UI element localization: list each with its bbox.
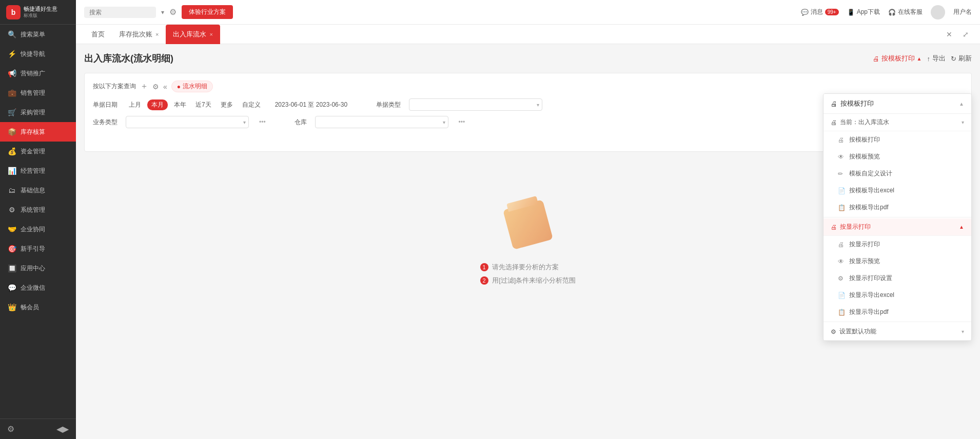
sidebar-item-appstore[interactable]: 🔲 应用中心 <box>0 258 76 278</box>
dp-current-section[interactable]: 🖨 当前：出入库流水 ▾ <box>824 114 971 131</box>
app-download-button[interactable]: 📱 App下载 <box>847 8 880 16</box>
sidebar-item-sales[interactable]: 💼 销售管理 <box>0 83 76 103</box>
sidebar-label-search: 搜索菜单 <box>21 30 45 39</box>
refresh-button[interactable]: ↻ 刷新 <box>951 54 972 63</box>
industry-solution-button[interactable]: 体验行业方案 <box>182 5 233 19</box>
sidebar-item-wechat[interactable]: 💬 企业微信 <box>0 278 76 297</box>
sidebar-item-operations[interactable]: 📊 经营管理 <box>0 161 76 181</box>
date-filter-label: 单据日期 <box>93 101 117 109</box>
sidebar-item-search[interactable]: 🔍 搜索菜单 <box>0 25 76 44</box>
content-area: 出入库流水(流水明细) 🖨 按模板打印 ▲ ↑ 导出 ↻ 刷新 <box>76 44 980 439</box>
biz-type-select[interactable] <box>126 116 249 128</box>
topbar-right: 💬 消息 99+ 📱 App下载 🎧 在线客服 用户名 <box>801 5 972 19</box>
filter-header: 按以下方案查询 ＋ ⚙ « ● 流水明细 <box>93 81 963 92</box>
dp-display-settings-label: 按显示打印设置 <box>849 274 964 283</box>
app-download-label: App下载 <box>857 8 880 16</box>
dp-display-settings-item[interactable]: ⚙ 按显示打印设置 <box>824 270 971 287</box>
app-logo: b 畅捷通好生意 标准版 <box>0 0 76 25</box>
sidebar-item-corp[interactable]: 🤝 企业协同 <box>0 220 76 239</box>
tab-home[interactable]: 首页 <box>84 25 112 44</box>
vip-icon: 👑 <box>7 303 16 312</box>
sidebar-label-finance: 资金管理 <box>21 147 45 156</box>
dp-template-preview-item[interactable]: 👁 按模板预览 <box>824 148 971 165</box>
sidebar-item-purchase[interactable]: 🛒 采购管理 <box>0 103 76 122</box>
filter-label: 按以下方案查询 <box>93 82 136 91</box>
dp-template-excel-item[interactable]: 📄 按模板导出excel <box>824 182 971 199</box>
sidebar-item-beginner[interactable]: 🎯 新手引导 <box>0 239 76 258</box>
tab-batch-label: 库存批次账 <box>119 30 152 39</box>
filter-collapse-button[interactable]: « <box>163 83 167 91</box>
user-avatar[interactable] <box>931 5 945 19</box>
date-opt-custom[interactable]: 自定义 <box>239 99 264 110</box>
warehouse-select[interactable] <box>315 116 448 128</box>
date-opt-this-month[interactable]: 本月 <box>147 99 168 110</box>
sidebar-item-marketing[interactable]: 📢 营销推广 <box>0 64 76 83</box>
date-opt-last-month[interactable]: 上月 <box>126 99 144 110</box>
date-opt-this-year[interactable]: 本年 <box>171 99 189 110</box>
sidebar-item-basics[interactable]: 🗂 基础信息 <box>0 181 76 200</box>
sidebar-item-system[interactable]: ⚙ 系统管理 <box>0 200 76 220</box>
window-close-button[interactable]: ✕ <box>943 28 955 41</box>
current-chevron-icon: ▾ <box>962 119 964 125</box>
gear-icon[interactable]: ⚙ <box>169 7 177 17</box>
sidebar-label-system: 系统管理 <box>21 206 45 214</box>
empty-hint-2: 2 用[过滤]条件来缩小分析范围 <box>480 274 576 287</box>
dp-template-print-item[interactable]: 🖨 按模板打印 <box>824 131 971 148</box>
corp-icon: 🤝 <box>7 225 16 234</box>
dp-set-default-item[interactable]: ⚙ 设置默认功能 ▾ <box>824 323 971 341</box>
filter-settings-button[interactable]: ⚙ <box>152 83 159 91</box>
basics-icon: 🗂 <box>7 186 16 195</box>
dropdown-arrow-icon[interactable]: ▾ <box>161 9 164 16</box>
tab-home-label: 首页 <box>91 30 105 39</box>
print-icon: 🖨 <box>873 55 879 63</box>
dp-display-pdf-icon: 📋 <box>838 309 845 316</box>
print-template-button[interactable]: 🖨 按模板打印 ▲ <box>873 54 922 63</box>
sidebar-item-vip[interactable]: 👑 畅会员 <box>0 297 76 317</box>
sidebar-label-basics: 基础信息 <box>21 186 45 195</box>
biz-more-button[interactable]: ••• <box>259 118 266 126</box>
dp-display-pdf-label: 按显示导出pdf <box>849 308 964 316</box>
dp-display-section-header[interactable]: 🖨 按显示打印 ▲ <box>824 218 971 236</box>
tab-batch[interactable]: 库存批次账 × <box>112 25 166 44</box>
sidebar-label-beginner: 新手引导 <box>21 245 45 253</box>
empty-illustration <box>502 199 554 250</box>
sidebar-item-inventory[interactable]: 📦 库存核算 <box>0 122 76 142</box>
message-button[interactable]: 💬 消息 99+ <box>801 8 839 16</box>
export-icon: ↑ <box>927 55 931 63</box>
window-maximize-button[interactable]: ⤢ <box>959 28 972 41</box>
sidebar-item-quicknav[interactable]: ⚡ 快捷导航 <box>0 44 76 64</box>
wechat-icon: 💬 <box>7 283 16 292</box>
settings-footer-icon[interactable]: ⚙ <box>7 424 14 434</box>
tab-flow-close-icon[interactable]: × <box>209 31 212 37</box>
doc-type-select[interactable] <box>409 98 542 111</box>
dp-display-print-item[interactable]: 🖨 按显示打印 <box>824 236 971 253</box>
dp-current-label: 当前：出入库流水 <box>840 118 889 127</box>
dp-template-pdf-icon: 📋 <box>838 204 845 211</box>
page-actions: 🖨 按模板打印 ▲ ↑ 导出 ↻ 刷新 <box>873 54 972 63</box>
dp-display-excel-item[interactable]: 📄 按显示导出excel <box>824 287 971 304</box>
sidebar-footer: ⚙ ◀▶ <box>0 418 76 439</box>
sidebar-item-finance[interactable]: 💰 资金管理 <box>0 142 76 161</box>
inventory-icon: 📦 <box>7 127 16 136</box>
warehouse-more-button[interactable]: ••• <box>459 118 465 126</box>
dp-display-pdf-item[interactable]: 📋 按显示导出pdf <box>824 304 971 321</box>
add-filter-button[interactable]: ＋ <box>140 81 148 92</box>
date-opt-7days[interactable]: 近7天 <box>192 99 214 110</box>
tab-batch-close-icon[interactable]: × <box>155 31 159 37</box>
sidebar-label-appstore: 应用中心 <box>21 264 45 273</box>
dp-display-excel-label: 按显示导出excel <box>849 291 964 300</box>
online-service-button[interactable]: 🎧 在线客服 <box>888 8 923 16</box>
dp-template-pdf-item[interactable]: 📋 按模板导出pdf <box>824 199 971 216</box>
date-opt-more[interactable]: 更多 <box>218 99 236 110</box>
topbar: ▾ ⚙ 体验行业方案 💬 消息 99+ 📱 App下载 🎧 在线客服 用户名 <box>76 0 980 25</box>
tabs-bar: 首页 库存批次账 × 出入库流水 × ✕ ⤢ <box>76 25 980 44</box>
export-button[interactable]: ↑ 导出 <box>927 54 946 63</box>
doc-type-select-wrapper: ▾ <box>409 98 542 111</box>
dp-template-custom-icon: ✏ <box>838 170 845 177</box>
dp-display-preview-item[interactable]: 👁 按显示预览 <box>824 253 971 270</box>
search-input[interactable] <box>84 7 156 18</box>
dropdown-close-chevron[interactable]: ▲ <box>959 101 964 107</box>
tab-flow[interactable]: 出入库流水 × <box>166 25 220 44</box>
collapse-sidebar-icon[interactable]: ◀▶ <box>56 424 69 434</box>
dp-template-custom-item[interactable]: ✏ 模板自定义设计 <box>824 165 971 182</box>
